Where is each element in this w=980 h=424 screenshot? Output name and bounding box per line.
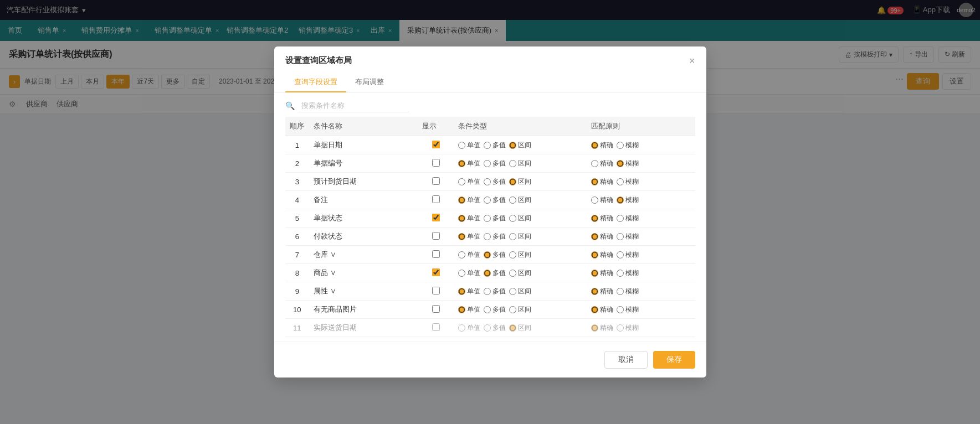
modal-header: 设置查询区域布局 × bbox=[274, 46, 706, 66]
modal-search-bar: 🔍 bbox=[274, 92, 706, 114]
modal-tabs: 查询字段设置 布局调整 bbox=[274, 73, 706, 92]
modal-tab-layout-label: 布局调整 bbox=[355, 77, 384, 86]
modal-title: 设置查询区域布局 bbox=[285, 55, 352, 66]
search-icon: 🔍 bbox=[285, 101, 295, 110]
modal-tab-query-label: 查询字段设置 bbox=[294, 77, 337, 86]
modal-overlay[interactable]: 设置查询区域布局 × 查询字段设置 布局调整 🔍 顺序 条件名称 bbox=[0, 0, 980, 114]
search-input[interactable] bbox=[298, 99, 409, 112]
modal: 设置查询区域布局 × 查询字段设置 布局调整 🔍 顺序 条件名称 bbox=[274, 46, 706, 114]
modal-tab-query-fields[interactable]: 查询字段设置 bbox=[285, 73, 346, 92]
modal-close-button[interactable]: × bbox=[689, 56, 695, 66]
modal-tab-layout[interactable]: 布局调整 bbox=[346, 73, 393, 92]
